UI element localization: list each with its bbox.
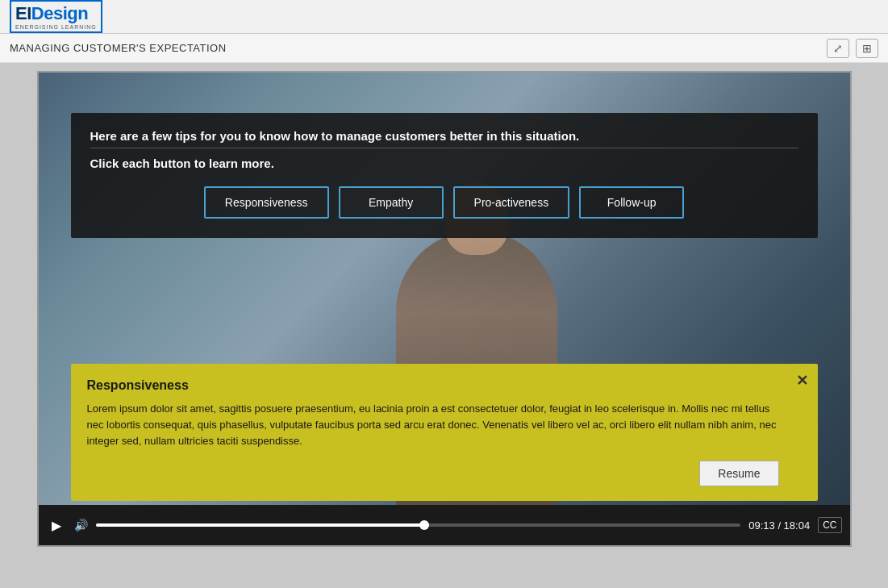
overlay-instruction-2: Click each button to learn more. [90,156,798,170]
main-content: Here are a few tips for you to know how … [0,63,888,588]
btn-empathy[interactable]: Empathy [339,186,444,219]
logo-text: EIDesign [15,3,88,24]
progress-fill [96,523,425,527]
popup-resume-row: Resume [87,461,779,486]
toolbar-icons: ⤢ ⊞ [827,39,878,58]
app-header: EIDesign ENERGISING LEARNING [0,0,888,34]
overlay-divider [90,148,798,148]
video-container: Here are a few tips for you to know how … [37,71,852,547]
logo-design: Design [31,3,88,23]
progress-track[interactable] [96,523,741,527]
popup-body: Lorem ipsum dolor sit amet, sagittis pos… [87,401,779,449]
toolbar: MANAGING CUSTOMER'S EXPECTATION ⤢ ⊞ [0,34,888,63]
play-button[interactable]: ▶ [47,515,66,535]
course-title: MANAGING CUSTOMER'S EXPECTATION [10,42,227,54]
popup-title: Responsiveness [87,378,779,393]
topic-buttons-row: Responsiveness Empathy Pro-activeness Fo… [90,186,798,219]
progress-thumb [419,520,429,530]
info-popup: ✕ Responsiveness Lorem ipsum dolor sit a… [71,364,818,501]
volume-button[interactable]: 🔊 [74,519,88,532]
logo-ei: EI [15,3,31,23]
time-display: 09:13 / 18:04 [748,519,810,532]
overlay-panel: Here are a few tips for you to know how … [71,113,818,238]
time-current: 09:13 [748,519,775,532]
btn-followup[interactable]: Follow-up [579,186,684,219]
video-controls: ▶ 🔊 09:13 / 18:04 CC [39,505,850,545]
logo-area: EIDesign ENERGISING LEARNING [10,0,106,33]
resume-button[interactable]: Resume [699,461,778,486]
fullscreen-button[interactable]: ⤢ [827,39,849,58]
logo-box: EIDesign ENERGISING LEARNING [10,0,102,33]
time-total: 18:04 [784,519,811,532]
overlay-instruction-1: Here are a few tips for you to know how … [90,129,798,143]
logo-subtitle: ENERGISING LEARNING [15,24,97,30]
time-separator: / [778,519,783,532]
grid-button[interactable]: ⊞ [856,39,878,58]
btn-proactiveness[interactable]: Pro-activeness [453,186,570,219]
popup-close-button[interactable]: ✕ [796,373,808,388]
cc-button[interactable]: CC [818,517,841,533]
btn-responsiveness[interactable]: Responsiveness [204,186,329,219]
